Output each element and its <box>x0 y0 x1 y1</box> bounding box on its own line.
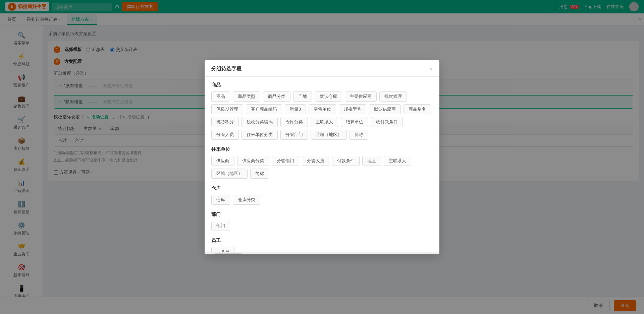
field-tag-0-6[interactable]: 批次管理 <box>379 91 407 102</box>
field-tag-0-23[interactable]: 区域（地区） <box>311 130 347 140</box>
field-tag-0-0[interactable]: 商品 <box>211 91 230 102</box>
field-group-3: 部门部门 <box>211 211 433 231</box>
field-tag-0-7[interactable]: 保质期管理 <box>211 104 243 114</box>
field-tag-3-0[interactable]: 部门 <box>211 221 230 231</box>
field-tags-1: 供应商供应商分类分管部门分管人员付款条件地区主联系人区域（地区）简称 <box>211 156 433 179</box>
field-tag-0-14[interactable]: 拣货积分 <box>211 117 239 127</box>
field-tag-0-5[interactable]: 主要供应商 <box>345 91 377 102</box>
field-tag-0-19[interactable]: 收付款条件 <box>371 117 403 127</box>
field-tag-0-20[interactable]: 分管人员 <box>211 130 239 140</box>
field-tag-0-15[interactable]: 税收分类编码 <box>241 117 278 127</box>
field-tags-4: 业务员 <box>211 247 433 252</box>
field-tag-0-11[interactable]: 规格型号 <box>339 104 366 114</box>
modal-close-btn[interactable]: × <box>429 65 433 72</box>
field-tag-0-18[interactable]: 结算单位 <box>341 117 368 127</box>
modal-body: 商品商品商品类型商品分类产地默认仓库主要供应商批次管理保质期管理客户商品编码重量… <box>205 77 439 252</box>
field-group-title-0: 商品 <box>211 82 433 88</box>
field-group-1: 往来单位供应商供应商分类分管部门分管人员付款条件地区主联系人区域（地区）简称 <box>211 146 433 179</box>
field-tag-1-8[interactable]: 简称 <box>250 169 269 179</box>
field-tag-1-5[interactable]: 地区 <box>362 156 381 166</box>
modal-overlay: 分组待选字段 × 商品商品商品类型商品分类产地默认仓库主要供应商批次管理保质期管… <box>0 0 644 314</box>
field-tag-0-16[interactable]: 仓库分类 <box>280 117 308 127</box>
field-tag-1-1[interactable]: 供应商分类 <box>237 156 269 166</box>
field-tag-0-22[interactable]: 分管部门 <box>280 130 308 140</box>
field-tag-4-0[interactable]: 业务员 <box>211 247 234 252</box>
field-tags-0: 商品商品类型商品分类产地默认仓库主要供应商批次管理保质期管理客户商品编码重量3零… <box>211 91 433 140</box>
field-tag-0-2[interactable]: 商品分类 <box>263 91 290 102</box>
field-tags-2: 仓库仓库分类 <box>211 195 433 205</box>
field-tag-0-3[interactable]: 产地 <box>293 91 312 102</box>
field-tag-0-10[interactable]: 零售单位 <box>309 104 336 114</box>
field-tag-0-24[interactable]: 简称 <box>350 130 368 140</box>
field-tag-1-2[interactable]: 分管部门 <box>272 156 299 166</box>
field-tags-3: 部门 <box>211 221 433 231</box>
field-tag-0-9[interactable]: 重量3 <box>285 104 306 114</box>
field-tag-1-0[interactable]: 供应商 <box>211 156 234 166</box>
field-tag-1-4[interactable]: 付款条件 <box>332 156 360 166</box>
field-group-title-2: 仓库 <box>211 185 433 191</box>
field-tag-2-0[interactable]: 仓库 <box>211 195 230 205</box>
field-tag-1-3[interactable]: 分管人员 <box>302 156 329 166</box>
field-tag-0-4[interactable]: 默认仓库 <box>315 91 342 102</box>
modal-title: 分组待选字段 <box>211 66 241 72</box>
scrollbar-thumb[interactable] <box>215 253 241 254</box>
field-group-title-1: 往来单位 <box>211 146 433 152</box>
field-tag-0-21[interactable]: 往来单位分类 <box>241 130 278 140</box>
modal: 分组待选字段 × 商品商品商品类型商品分类产地默认仓库主要供应商批次管理保质期管… <box>205 60 439 254</box>
modal-header: 分组待选字段 × <box>205 60 439 77</box>
field-tag-1-6[interactable]: 主联系人 <box>384 156 411 166</box>
field-group-title-3: 部门 <box>211 211 433 217</box>
field-group-4: 员工业务员 <box>211 238 433 252</box>
field-group-2: 仓库仓库仓库分类 <box>211 185 433 205</box>
field-group-0: 商品商品商品类型商品分类产地默认仓库主要供应商批次管理保质期管理客户商品编码重量… <box>211 82 433 140</box>
field-tag-0-1[interactable]: 商品类型 <box>233 91 260 102</box>
field-tag-0-13[interactable]: 商品别名 <box>404 104 431 114</box>
field-tag-0-17[interactable]: 主联系人 <box>311 117 338 127</box>
field-group-title-4: 员工 <box>211 238 433 244</box>
field-tag-1-7[interactable]: 区域（地区） <box>211 169 248 179</box>
field-tag-2-1[interactable]: 仓库分类 <box>233 195 260 205</box>
field-tag-0-8[interactable]: 客户商品编码 <box>246 104 282 114</box>
modal-scrollbar-h <box>205 252 439 254</box>
field-tag-0-12[interactable]: 默认供应商 <box>369 104 401 114</box>
